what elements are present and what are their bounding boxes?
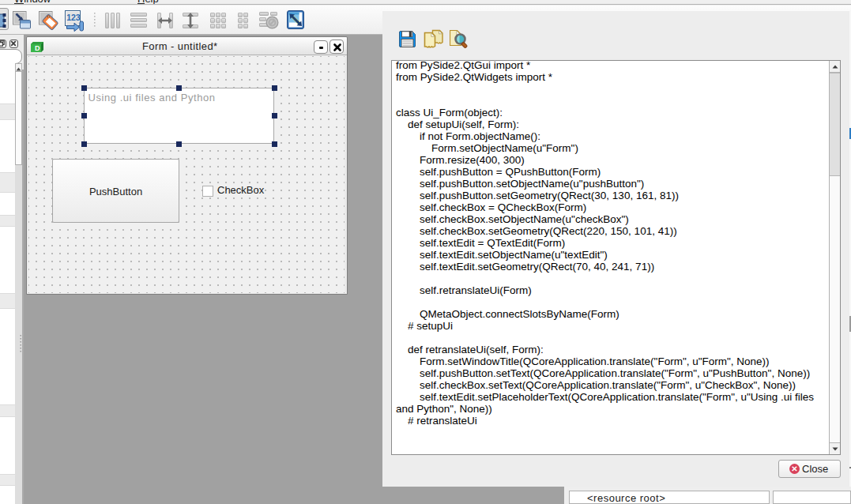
svg-text:123: 123 xyxy=(66,13,81,22)
svg-text:D: D xyxy=(35,44,40,52)
